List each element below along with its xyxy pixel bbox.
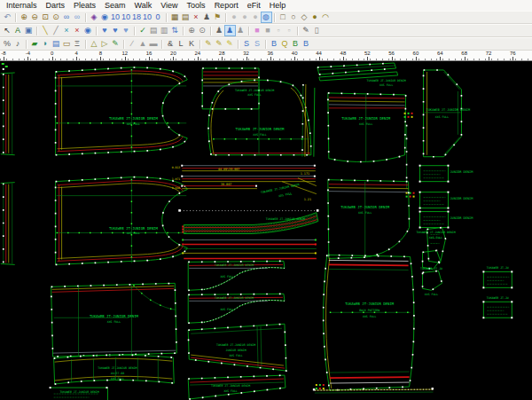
zoom-in-icon[interactable]: ⊕: [20, 12, 29, 22]
menu-tools[interactable]: Tools: [183, 0, 210, 11]
menu-efit[interactable]: eFit: [243, 0, 265, 11]
pattern-piece-small-2[interactable]: TUKAWEB JT-JU XXS FULL: [420, 267, 442, 296]
pattern-piece-pocket-facing-1[interactable]: TUKAWEB JT-JUNIOR DENIM XXS FULL: [188, 261, 285, 290]
pattern-piece-cuff[interactable]: TUKAWEB JT-JUNIOR DENIM XXS FULL: [202, 68, 274, 109]
grade-10-icon[interactable]: 10: [111, 12, 121, 22]
inspect-icon[interactable]: ⊕: [187, 26, 197, 35]
layout-icon[interactable]: ▤: [181, 12, 191, 22]
piece-b-icon[interactable]: ♟: [236, 26, 246, 35]
grade-18-icon[interactable]: 18: [132, 12, 142, 22]
find-next-icon[interactable]: ∞: [73, 12, 82, 22]
pattern-piece-back-bodice[interactable]: TUKAWEB JT-JUNIOR DENIM XXS FULL: [56, 67, 188, 155]
grade-10b-icon[interactable]: 10: [121, 12, 131, 22]
swatch-pink-icon[interactable]: ■: [253, 26, 262, 35]
line-yellow-icon[interactable]: ╲: [41, 26, 51, 35]
swatch-grey-icon[interactable]: ■: [263, 26, 273, 35]
zoom-out-icon[interactable]: ⊖: [30, 12, 40, 22]
stack-icon[interactable]: Ξ: [73, 39, 82, 49]
piece-icon[interactable]: ♟: [202, 12, 212, 22]
check-icon[interactable]: ✓: [138, 26, 148, 35]
shape-diamond-icon[interactable]: ◇: [300, 12, 309, 22]
pen-icon[interactable]: ✎: [301, 26, 311, 35]
pattern-piece-bottom-left-label[interactable]: TUKAWEB JT-JUNIOR DENIM: [50, 387, 108, 400]
pattern-piece-label-4[interactable]: TUKAWEB JT-JU: [482, 266, 512, 288]
line-grey-icon[interactable]: ╱: [51, 26, 61, 35]
menu-help[interactable]: Help: [265, 0, 291, 11]
walk-1-icon[interactable]: ♥: [100, 26, 110, 35]
fill-green-icon[interactable]: ▰: [30, 39, 40, 49]
piece-selected-icon[interactable]: ♟: [225, 26, 235, 35]
report-b1-icon[interactable]: B: [270, 39, 279, 49]
pattern-piece-hatched-waistband[interactable]: TUKAWEB JT-JUNIOR DENIM: [182, 213, 318, 259]
cut-icon[interactable]: ×: [192, 12, 201, 22]
swatch-dim1-icon[interactable]: ▫: [274, 26, 284, 35]
pattern-piece-left-sliver-top[interactable]: [1, 73, 15, 155]
table-icon[interactable]: ▦: [170, 12, 180, 22]
shape-arc-icon[interactable]: ◠: [321, 12, 331, 22]
shape-circle-icon[interactable]: ○: [289, 12, 299, 22]
pattern-piece-trapezoid-panel[interactable]: TUKAWEB JT-JUNIOR DENIM JUNIOR DENIM XXS…: [188, 324, 286, 371]
find-icon[interactable]: ∞: [62, 12, 72, 22]
clipboard-icon[interactable]: ▤: [149, 26, 159, 35]
pattern-piece-pocket-facing-2[interactable]: TUKAWEB JT-JUNIOR DENIM XXS FULL: [188, 294, 285, 323]
zoom-region-icon[interactable]: ⊡: [41, 12, 51, 22]
pattern-piece-front-jeans[interactable]: TUKAWEB JT-JUNIOR DENIM XXS FULL: [51, 283, 177, 357]
split-icon[interactable]: ×: [62, 26, 72, 35]
state-3-icon[interactable]: ●: [251, 12, 261, 22]
pencil-2-icon[interactable]: ✎: [215, 39, 224, 49]
sheet-icon[interactable]: ▤: [51, 39, 61, 49]
percent-icon[interactable]: %: [3, 39, 12, 49]
clipboard-2-icon[interactable]: ▥: [160, 26, 169, 35]
menu-internals[interactable]: Internals: [2, 0, 42, 11]
inspect-2-icon[interactable]: ⊙: [198, 26, 207, 35]
dart-2-icon[interactable]: ▷: [100, 39, 110, 49]
piece-a-icon[interactable]: ♟: [215, 26, 224, 35]
pattern-piece-small-pocket[interactable]: TUKAWEB JT-JUNIOR DENIM XXS FULL: [416, 228, 455, 263]
corner-k-icon[interactable]: K: [187, 39, 197, 49]
pattern-piece-placket[interactable]: TUKAWEB JT-JUNIOR DENIM XXS FULL: [317, 63, 406, 87]
pattern-piece-left-sliver-bottom[interactable]: [1, 183, 15, 265]
delete-icon[interactable]: ×: [73, 26, 82, 35]
pattern-piece-panel-mid-right[interactable]: TUKAWEB JT-JUNIOR DENIM XXS FULL: [328, 180, 410, 259]
pattern-svg[interactable]: TUKAWEB JT-JUNIOR DENIM XXS FULL TUKAWEB…: [0, 61, 532, 400]
pattern-piece-collar[interactable]: TUKAWEB JT-JUNIOR DENIM XXS FULL: [424, 70, 471, 157]
menu-pleats[interactable]: Pleats: [69, 0, 100, 11]
report-b2-icon[interactable]: B: [291, 39, 301, 49]
globe-selected-icon[interactable]: ◍: [262, 12, 271, 22]
globe2-icon[interactable]: ◉: [83, 26, 93, 35]
shape-dot-icon[interactable]: ●: [310, 12, 320, 22]
seam-s2-icon[interactable]: S: [253, 39, 262, 49]
half-circle-icon[interactable]: ◗: [41, 39, 51, 49]
pattern-piece-waistband[interactable]: TUKAWEB JT-JUNIOR DENIM 4X/37.88 XXS FUL…: [54, 355, 175, 384]
undo-icon[interactable]: ↶: [3, 12, 12, 22]
pencil-3-icon[interactable]: ✎: [225, 39, 235, 49]
walk-2-icon[interactable]: ♥: [111, 26, 121, 35]
menu-darts[interactable]: Darts: [42, 0, 70, 11]
join-icon[interactable]: &: [166, 39, 176, 49]
dart-1-icon[interactable]: △: [90, 39, 99, 49]
menu-view[interactable]: View: [156, 0, 182, 11]
ruler-tool-icon[interactable]: ▭: [62, 39, 72, 49]
draw-icon[interactable]: ✎: [111, 39, 121, 49]
pencil-1-icon[interactable]: ✎: [204, 39, 214, 49]
slash-icon[interactable]: ∕: [128, 39, 137, 49]
pattern-piece-small-1[interactable]: [423, 250, 441, 269]
select-cursor-icon[interactable]: ↖: [3, 26, 12, 35]
seam-s1-icon[interactable]: S: [242, 39, 252, 49]
zoom-all-icon[interactable]: ⊙: [51, 12, 61, 22]
pattern-piece-label-3[interactable]: JUNIOR DENIM: [419, 211, 473, 229]
pattern-piece-front-bodice[interactable]: TUKAWEB JT-JUNIOR DENIM XXS FULL: [56, 177, 188, 265]
pleat-icon[interactable]: ▲: [138, 39, 148, 49]
shape-square-icon[interactable]: □: [278, 12, 288, 22]
menu-seam[interactable]: Seam: [100, 0, 130, 11]
pattern-piece-bottom-strip[interactable]: TUKAWEB JT-JUNIOR DENIM XXS FULL: [188, 375, 286, 399]
swatch-dim2-icon[interactable]: ▫: [285, 26, 294, 35]
world-icon[interactable]: ◉: [100, 12, 110, 22]
bar-icon[interactable]: ▬: [149, 39, 159, 49]
pattern-piece-back-panel[interactable]: TUKAWEB JT-JUNIOR DENIM BACK PATTERN XXS…: [324, 255, 414, 390]
notch-icon[interactable]: ♪: [13, 39, 23, 49]
menu-report[interactable]: Report: [210, 0, 243, 11]
image-tool-icon[interactable]: ▣: [24, 26, 34, 35]
pattern-piece-panel-top-right[interactable]: TUKAWEB JT-JUNIOR DENIM XXS FULL: [328, 93, 406, 162]
flag-icon[interactable]: ⚑: [213, 12, 223, 22]
